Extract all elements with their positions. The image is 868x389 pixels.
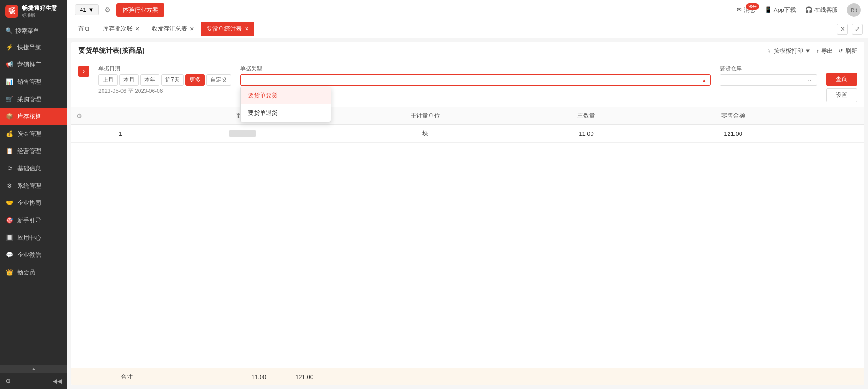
filter-settings-btn[interactable]: 设置 [826, 88, 857, 102]
industry-btn[interactable]: 体验行业方案 [116, 3, 164, 17]
enterprise-icon: 🤝 [5, 199, 14, 207]
inventory-label: 库存核算 [17, 113, 41, 121]
sidebar-item-marketing[interactable]: 📢 营销推广 [0, 56, 67, 73]
basic-info-label: 基础信息 [17, 164, 41, 173]
warehouse-input[interactable] [720, 75, 804, 85]
app-download-label: App下载 [774, 6, 796, 14]
warehouse-more-btn[interactable]: ··· [804, 75, 817, 85]
basic-info-icon: 🗂 [5, 164, 14, 173]
sidebar-item-app-center[interactable]: 🔲 应用中心 [0, 229, 67, 246]
tab-actions: ✕ ⤢ [837, 24, 863, 35]
tab-batch-account-label: 库存批次账 [103, 25, 133, 33]
finance-icon: 💰 [5, 130, 14, 138]
table-row: 1 块 11.00 121.00 [71, 125, 864, 143]
sidebar-item-quick-nav[interactable]: ⚡ 快捷导航 [0, 39, 67, 56]
tab-batch-account[interactable]: 库存批次账 × [98, 22, 144, 36]
date-btn-this-month[interactable]: 本月 [119, 74, 139, 86]
notification-btn[interactable]: ✉ 消息 99+ [737, 6, 755, 14]
dropdown-item-order-goods[interactable]: 要货单要货 [241, 87, 331, 104]
store-name: 41 [80, 6, 86, 13]
date-btn-custom[interactable]: 自定义 [206, 74, 231, 86]
app-center-label: 应用中心 [17, 234, 41, 242]
table-footer: 合计 11.00 121.00 [71, 368, 864, 385]
edition-label: 标准版 [22, 12, 57, 18]
marketing-label: 营销推广 [17, 61, 41, 69]
query-btn[interactable]: 查询 [826, 73, 857, 86]
sidebar-item-inventory[interactable]: 📦 库存核算 [0, 108, 67, 125]
gear-settings-icon[interactable]: ⚙ [104, 5, 111, 14]
sidebar-item-basic-info[interactable]: 🗂 基础信息 [0, 160, 67, 177]
product-name [229, 130, 256, 137]
tab-receive-summary-close[interactable]: × [190, 26, 194, 32]
tab-batch-account-close[interactable]: × [135, 26, 139, 32]
operations-label: 经营管理 [17, 147, 41, 155]
sales-label: 销售管理 [17, 78, 41, 86]
col-settings-icon[interactable]: ⚙ [77, 113, 82, 119]
table-container: ⚙ 商品 主计量单位 主数量 零售金额 1 [71, 107, 864, 368]
dropdown-item-order-return[interactable]: 要货单退货 [241, 104, 331, 122]
user-avatar-btn[interactable]: Rit [847, 3, 861, 17]
inventory-icon: 📦 [5, 113, 14, 121]
warehouse-input-row: ··· [720, 74, 817, 86]
system-icon: ⚙ [5, 182, 14, 190]
footer-qty: 11.00 [236, 374, 282, 380]
purchase-label: 采购管理 [17, 95, 41, 103]
collapse-icon[interactable]: ◀◀ [53, 378, 62, 384]
date-btn-7days[interactable]: 近7天 [161, 74, 184, 86]
type-filter-group: 单据类型 ▲ 要货单要货 要货单退货 [240, 65, 711, 86]
tab-close-all-btn[interactable]: ✕ [837, 24, 848, 35]
sidebar-item-member[interactable]: 👑 畅会员 [0, 264, 67, 281]
wechat-label: 企业微信 [17, 251, 41, 259]
print-template-btn[interactable]: 🖨 按模板打印 ▼ [766, 47, 811, 55]
warehouse-filter-group: 要货仓库 ··· [720, 65, 817, 86]
date-btn-more[interactable]: 更多 [185, 74, 205, 86]
sidebar-item-system[interactable]: ⚙ 系统管理 [0, 177, 67, 194]
row-settings-cell [71, 125, 87, 143]
date-btn-last-month[interactable]: 上月 [98, 74, 118, 86]
avatar: Rit [847, 3, 861, 17]
sidebar-item-wechat[interactable]: 💬 企业微信 [0, 246, 67, 264]
sales-icon: 📊 [5, 78, 14, 86]
app-download-btn[interactable]: 📱 App下载 [765, 6, 796, 14]
online-service-label: 在线客服 [814, 6, 838, 14]
col-settings: ⚙ [71, 107, 87, 125]
row-amount-cell: 121.00 [653, 125, 814, 143]
date-btn-this-year[interactable]: 本年 [140, 74, 159, 86]
filter-toggle-btn[interactable]: › [78, 66, 89, 77]
tab-order-stats-close[interactable]: × [245, 26, 248, 32]
settings-bottom-icon[interactable]: ⚙ [5, 378, 11, 384]
sidebar-item-operations[interactable]: 📋 经营管理 [0, 143, 67, 160]
refresh-btn[interactable]: ↺ 刷新 [838, 47, 857, 55]
store-selector[interactable]: 41 ▼ [75, 4, 99, 15]
sidebar-search[interactable]: 🔍 搜索菜单 [0, 23, 67, 39]
system-label: 系统管理 [17, 182, 41, 190]
date-range: 2023-05-06 至 2023-06-06 [98, 87, 231, 95]
search-icon: 🔍 [5, 27, 13, 34]
type-filter-arrow[interactable]: ▲ [698, 75, 710, 85]
sidebar-item-guide[interactable]: 🎯 新手引导 [0, 212, 67, 229]
footer-label: 合计 [99, 373, 154, 381]
warehouse-filter-label: 要货仓库 [720, 65, 817, 72]
tab-order-stats[interactable]: 要货单统计表 × [201, 22, 254, 36]
sidebar-item-sales[interactable]: 📊 销售管理 [0, 73, 67, 91]
table-header-row: ⚙ 商品 主计量单位 主数量 零售金额 [71, 107, 864, 125]
tab-home[interactable]: 首页 [73, 22, 96, 36]
dropdown-item-order-goods-label: 要货单要货 [248, 92, 277, 99]
tab-receive-summary[interactable]: 收发存汇总表 × [146, 22, 199, 36]
row-qty-cell: 11.00 [519, 125, 652, 143]
sidebar-nav: ⚡ 快捷导航 📢 营销推广 📊 销售管理 🛒 采购管理 📦 库存核算 💰 资金管… [0, 39, 67, 365]
sidebar-scroll-down[interactable]: ▲ [0, 365, 67, 373]
header-left: 41 ▼ ⚙ 体验行业方案 [75, 3, 164, 17]
page-title-bar: 要货单统计表(按商品) 🖨 按模板打印 ▼ ↑ 导出 ↺ 刷新 [71, 42, 864, 60]
refresh-label: 刷新 [845, 47, 857, 55]
sidebar-item-enterprise[interactable]: 🤝 企业协同 [0, 194, 67, 212]
operations-icon: 📋 [5, 147, 14, 155]
wechat-icon: 💬 [5, 251, 14, 259]
sidebar-item-finance[interactable]: 💰 资金管理 [0, 125, 67, 143]
sidebar-item-purchase[interactable]: 🛒 采购管理 [0, 91, 67, 108]
type-filter-input[interactable] [241, 75, 698, 85]
tab-expand-btn[interactable]: ⤢ [852, 24, 863, 35]
online-service-btn[interactable]: 🎧 在线客服 [805, 6, 838, 14]
export-btn[interactable]: ↑ 导出 [817, 47, 833, 55]
member-icon: 👑 [5, 268, 14, 276]
